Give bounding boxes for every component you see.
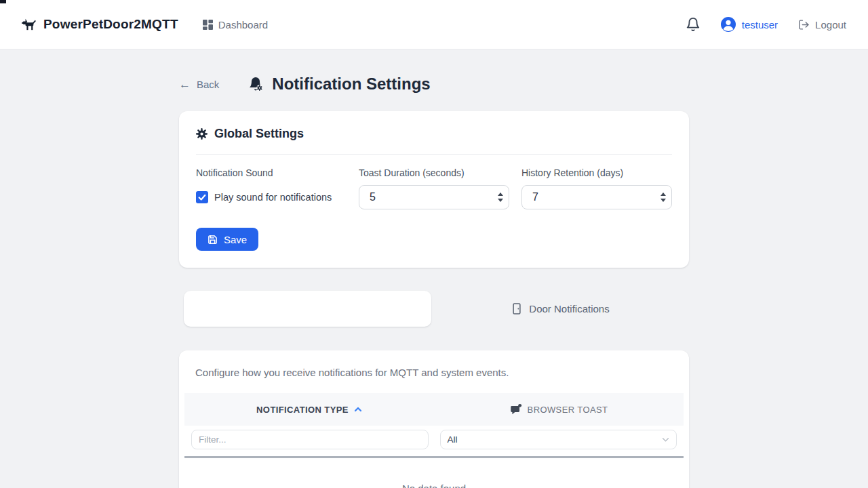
tab-door-notifications[interactable]: Door Notifications xyxy=(437,291,684,327)
bell-icon xyxy=(686,17,701,32)
table-header-row: NOTIFICATION TYPE BROWSER TOAST xyxy=(184,393,684,426)
filter-select[interactable]: All xyxy=(440,430,677,449)
chevron-down-icon xyxy=(662,437,669,442)
global-settings-header: Global Settings xyxy=(196,127,672,155)
gear-icon xyxy=(196,128,208,140)
save-button-label: Save xyxy=(224,234,247,245)
page-title: Notification Settings xyxy=(272,75,430,94)
toast-duration-input[interactable] xyxy=(359,185,509,209)
nav-item-dashboard[interactable]: Dashboard xyxy=(203,19,268,30)
user-menu[interactable]: testuser xyxy=(721,17,778,32)
stepper-up-icon[interactable] xyxy=(660,192,666,196)
filter-select-value: All xyxy=(448,434,458,445)
notification-tabs: Door Notifications xyxy=(184,291,684,327)
checkbox-checked-icon xyxy=(196,191,208,203)
notification-settings-page: ← Back xyxy=(179,75,689,488)
door-icon xyxy=(511,302,522,315)
back-label: Back xyxy=(197,79,219,90)
history-retention-input[interactable] xyxy=(521,185,672,209)
table-description: Configure how you receive notifications … xyxy=(195,367,673,378)
arrow-left-icon: ← xyxy=(179,79,191,90)
page-header-row: ← Back xyxy=(179,75,689,94)
top-navbar: PowerPetDoor2MQTT Dashboard xyxy=(0,0,868,49)
column-header-notification-type[interactable]: NOTIFICATION TYPE xyxy=(184,405,434,415)
history-retention-label: History Retention (days) xyxy=(521,167,672,178)
global-settings-card: Global Settings Notification Sound Play … xyxy=(179,111,689,268)
tab-active[interactable] xyxy=(184,291,431,327)
logout-label: Logout xyxy=(815,19,846,30)
field-toast-duration: Toast Duration (seconds) xyxy=(359,167,509,209)
field-history-retention: History Retention (days) xyxy=(521,167,672,209)
notifications-table-card: Configure how you receive notifications … xyxy=(179,350,689,488)
play-sound-checkbox[interactable]: Play sound for notifications xyxy=(196,191,332,203)
number-stepper[interactable] xyxy=(660,192,666,202)
navbar-right: testuser Logout xyxy=(686,17,846,32)
number-stepper[interactable] xyxy=(498,192,503,202)
toast-duration-label: Toast Duration (seconds) xyxy=(359,167,509,178)
brand-title: PowerPetDoor2MQTT xyxy=(43,17,178,32)
table-filter-row: All xyxy=(184,426,684,458)
sort-chevron-up-icon xyxy=(354,407,362,412)
dog-icon xyxy=(22,18,37,31)
username-label: testuser xyxy=(742,19,778,30)
table-empty-message: No data found xyxy=(184,483,684,488)
user-avatar-icon xyxy=(721,17,736,32)
filter-input[interactable] xyxy=(191,430,429,449)
browser-toast-header-label: BROWSER TOAST xyxy=(528,405,608,415)
floppy-save-icon xyxy=(208,235,218,245)
nav-item-dashboard-label: Dashboard xyxy=(218,19,268,30)
column-header-browser-toast: BROWSER TOAST xyxy=(434,403,684,415)
logout-icon xyxy=(798,19,810,30)
message-badge-icon xyxy=(510,403,522,415)
global-settings-fields: Notification Sound Play sound for notifi… xyxy=(196,167,672,209)
logout-button[interactable]: Logout xyxy=(798,19,846,30)
brand-home-link[interactable]: PowerPetDoor2MQTT xyxy=(22,17,178,32)
stepper-down-icon[interactable] xyxy=(498,199,503,202)
play-sound-checkbox-label: Play sound for notifications xyxy=(214,192,332,203)
screen-corner-artifact xyxy=(0,0,6,3)
stepper-up-icon[interactable] xyxy=(498,192,503,196)
back-button[interactable]: ← Back xyxy=(179,79,219,90)
notification-sound-label: Notification Sound xyxy=(196,167,347,178)
notifications-bell-button[interactable] xyxy=(686,17,701,32)
global-settings-title: Global Settings xyxy=(214,127,304,141)
tab-door-notifications-label: Door Notifications xyxy=(529,303,609,314)
page-title-group: Notification Settings xyxy=(248,75,430,94)
save-button[interactable]: Save xyxy=(196,228,258,251)
field-notification-sound: Notification Sound Play sound for notifi… xyxy=(196,167,347,209)
stepper-down-icon[interactable] xyxy=(660,199,666,202)
bell-gear-icon xyxy=(248,76,264,92)
notification-type-header-label: NOTIFICATION TYPE xyxy=(256,405,349,415)
dashboard-grid-icon xyxy=(203,20,213,30)
